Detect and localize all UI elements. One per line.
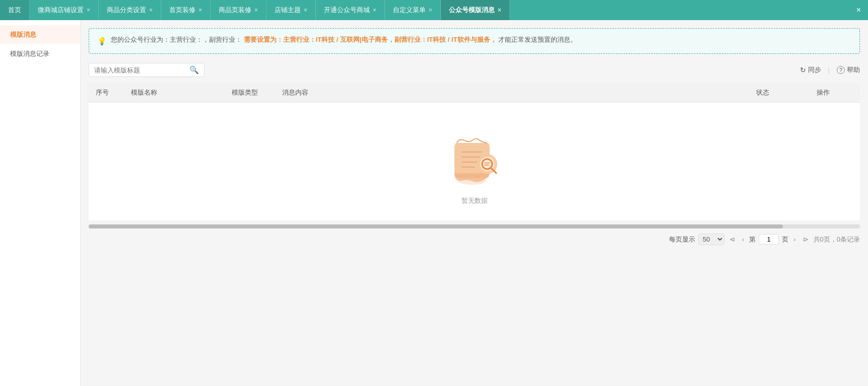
tab-template-message[interactable]: 公众号模版消息 × xyxy=(441,0,510,20)
notice-icon: 💡 xyxy=(97,35,107,47)
notice-text: 您的公众号行业为：主营行业：，副营行业： 需要设置为：主营行业：IT科技 / 互… xyxy=(111,35,577,45)
main-layout: 模版消息 模版消息记录 💡 您的公众号行业为：主营行业：，副营行业： 需要设置为… xyxy=(0,20,868,386)
tab-bar: 首页 微商城店铺设置 × 商品分类设置 × 首页装修 × 商品页装修 × 店铺主… xyxy=(0,0,868,20)
tab-template-message-label: 公众号模版消息 xyxy=(449,6,495,15)
tab-shop-theme-label: 店铺主题 xyxy=(275,6,301,15)
help-button[interactable]: ? 帮助 xyxy=(837,65,860,74)
tab-open-wechat-close[interactable]: × xyxy=(373,7,376,14)
page-last-button[interactable]: ⊳ xyxy=(801,235,811,244)
toolbar-right: ↻ 同步 | ? 帮助 xyxy=(800,65,860,74)
data-table: 序号 模版名称 模版类型 消息内容 状态 操作 xyxy=(89,83,860,220)
col-header-type: 模版类型 xyxy=(225,83,275,103)
page-label-before: 第 xyxy=(749,235,756,244)
sync-label: 同步 xyxy=(808,65,821,74)
pagination: 每页显示 10 20 50 100 ⊲ ‹ 第 页 › ⊳ 共0页，0条记录 xyxy=(89,234,860,245)
col-header-name: 模版名称 xyxy=(124,83,225,103)
help-label: 帮助 xyxy=(847,65,860,74)
tab-custom-menu[interactable]: 自定义菜单 × xyxy=(385,0,441,20)
sidebar-item-template-msg-record[interactable]: 模版消息记录 xyxy=(0,44,80,63)
page-size-label: 每页显示 xyxy=(669,235,695,244)
tab-custom-menu-close[interactable]: × xyxy=(429,7,432,14)
page-total: 共0页，0条记录 xyxy=(814,235,860,244)
scroll-thumb[interactable] xyxy=(89,224,783,228)
tab-product-decor-label: 商品页装修 xyxy=(219,6,251,15)
tab-product-decor[interactable]: 商品页装修 × xyxy=(211,0,266,20)
tab-home-decor-close[interactable]: × xyxy=(198,7,202,14)
empty-text: 暂无数据 xyxy=(89,196,860,205)
tab-weshop-setting[interactable]: 微商城店铺设置 × xyxy=(30,0,99,20)
tab-shop-theme-close[interactable]: × xyxy=(304,7,307,14)
col-header-status: 状态 xyxy=(749,83,810,103)
toolbar-divider: | xyxy=(828,66,830,74)
empty-state: 暂无数据 xyxy=(89,103,860,220)
tab-weshop-label: 微商城店铺设置 xyxy=(38,6,84,15)
table-header-row: 序号 模版名称 模版类型 消息内容 状态 操作 xyxy=(89,83,860,103)
content-area: 💡 您的公众号行业为：主营行业：，副营行业： 需要设置为：主营行业：IT科技 /… xyxy=(81,20,868,386)
col-header-content: 消息内容 xyxy=(275,83,749,103)
tab-weshop-close[interactable]: × xyxy=(87,7,90,14)
notice-highlight: 需要设置为：主营行业：IT科技 / 互联网|电子商务，副营行业：IT科技 / I… xyxy=(244,36,497,43)
sidebar-item-template-msg-label: 模版消息 xyxy=(10,31,36,38)
page-size-select[interactable]: 10 20 50 100 xyxy=(698,234,724,245)
page-input[interactable] xyxy=(759,234,779,245)
sync-icon: ↻ xyxy=(800,66,806,74)
page-prev-button[interactable]: ‹ xyxy=(740,235,746,244)
notice-box: 💡 您的公众号行业为：主营行业：，副营行业： 需要设置为：主营行业：IT科技 /… xyxy=(89,28,860,54)
sidebar-item-template-msg-record-label: 模版消息记录 xyxy=(10,50,49,57)
page-next-button[interactable]: › xyxy=(791,235,797,244)
notice-suffix: 才能正常发送预置的消息。 xyxy=(498,36,577,43)
tab-home[interactable]: 首页 xyxy=(0,0,30,20)
notice-prefix: 您的公众号行业为：主营行业：，副营行业： xyxy=(111,36,242,43)
tab-open-wechat-shop[interactable]: 开通公众号商城 × xyxy=(316,0,385,20)
horizontal-scrollbar[interactable] xyxy=(89,224,860,228)
tab-category-setting[interactable]: 商品分类设置 × xyxy=(99,0,161,20)
page-first-button[interactable]: ⊲ xyxy=(727,235,737,244)
sync-button[interactable]: ↻ 同步 xyxy=(800,65,821,74)
help-icon: ? xyxy=(837,66,845,74)
table-wrapper: 序号 模版名称 模版类型 消息内容 状态 操作 xyxy=(89,83,860,220)
col-header-index: 序号 xyxy=(89,83,124,103)
tab-home-label: 首页 xyxy=(8,6,21,15)
tab-bar-close-all[interactable]: × xyxy=(849,0,868,20)
toolbar: 🔍 ↻ 同步 | ? 帮助 xyxy=(89,63,860,77)
sidebar: 模版消息 模版消息记录 xyxy=(0,20,81,386)
tab-custom-menu-label: 自定义菜单 xyxy=(393,6,426,15)
tab-category-label: 商品分类设置 xyxy=(107,6,146,15)
search-input[interactable] xyxy=(94,66,189,74)
tab-category-close[interactable]: × xyxy=(149,7,153,14)
tab-home-decor-label: 首页装修 xyxy=(169,6,195,15)
sidebar-item-template-msg[interactable]: 模版消息 xyxy=(0,25,80,44)
empty-icon xyxy=(444,128,505,188)
tab-shop-theme[interactable]: 店铺主题 × xyxy=(266,0,316,20)
tab-open-wechat-label: 开通公众号商城 xyxy=(324,6,370,15)
tab-product-decor-close[interactable]: × xyxy=(254,7,258,14)
tab-home-decor[interactable]: 首页装修 × xyxy=(161,0,211,20)
col-header-action: 操作 xyxy=(810,83,860,103)
search-icon[interactable]: 🔍 xyxy=(189,65,199,74)
search-input-wrap[interactable]: 🔍 xyxy=(89,63,205,77)
tab-template-message-close[interactable]: × xyxy=(498,7,501,14)
empty-row: 暂无数据 xyxy=(89,103,860,221)
page-label-after: 页 xyxy=(782,235,788,244)
